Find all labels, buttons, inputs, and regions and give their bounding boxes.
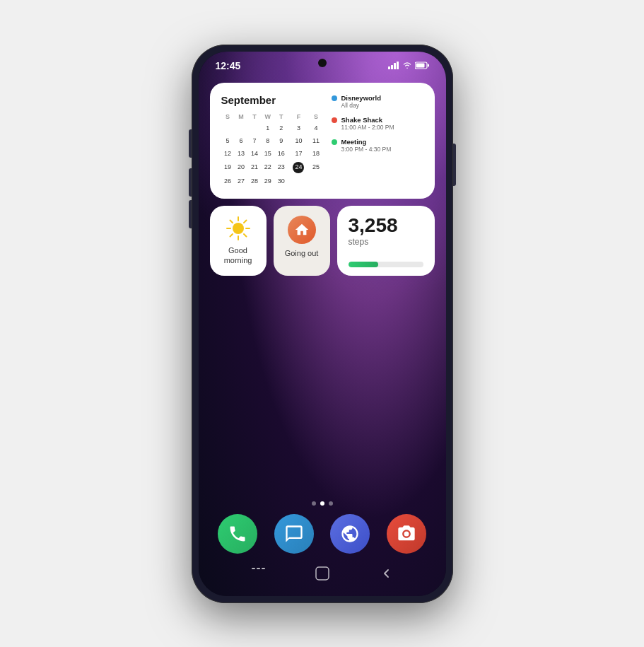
messages-icon [284,524,304,544]
event-time: 3:00 PM - 4:30 PM [341,146,392,153]
cal-header-fri: F [288,112,309,122]
page-indicators [199,501,446,506]
home-nav-icon [315,566,329,581]
sun-icon [226,216,251,241]
weather-widget[interactable]: Good morning [210,206,267,276]
event-name: Meeting [341,138,392,146]
calendar-grid: S M T W T F S [221,112,323,188]
dock-app-phone[interactable] [218,514,257,554]
dock-app-camera[interactable] [387,514,426,554]
nav-home-button[interactable] [311,565,334,582]
back-icon [381,569,391,578]
status-icons [388,62,429,69]
event-time: All day [341,102,382,109]
page-indicator-1 [312,501,316,506]
svg-rect-20 [316,567,329,580]
cal-header-sun: S [221,112,235,122]
svg-rect-19 [262,568,265,569]
page-indicator-2 [320,501,324,506]
steps-progress-bar-fill [349,262,378,267]
table-row: 567891011 [221,134,323,147]
cal-header-mon: M [234,112,247,122]
cal-header-wed: W [261,112,274,122]
svg-line-13 [244,234,247,237]
svg-line-15 [230,234,233,237]
status-time: 12:45 [216,60,241,71]
svg-rect-1 [391,65,393,69]
cal-header-thu: T [274,112,288,122]
table-row: 1234 [221,122,323,134]
dock-area [199,501,446,596]
event-disneyworld: Disneyworld All day [332,94,423,109]
nav-bar [199,559,446,590]
screen-content: September S M T W T F [199,74,446,293]
steps-widget[interactable]: 3,258 steps [337,206,435,276]
svg-rect-6 [416,64,424,68]
dock-app-messages[interactable] [274,514,314,554]
calendar-month: September [221,94,323,106]
svg-rect-18 [257,568,260,569]
home-icon [294,222,310,238]
event-time: 11:00 AM - 2:00 PM [341,124,394,131]
camera-icon [397,524,416,544]
event-name: Disneyworld [341,94,382,102]
today-cell: 24 [293,162,304,173]
app-dock [199,514,446,554]
nav-back-button[interactable] [375,565,397,582]
svg-rect-5 [428,64,429,67]
event-dot [332,117,337,123]
camera-notch [318,59,327,67]
event-shake-shack: Shake Shack 11:00 AM - 2:00 PM [332,116,423,131]
svg-point-7 [233,223,244,234]
wifi-icon [402,62,412,69]
cal-header-tue: T [247,112,261,122]
browser-icon [340,524,360,544]
steps-progress-bar-bg [349,262,423,267]
svg-line-12 [230,221,233,223]
table-row: 12131415161718 [221,147,323,160]
page-indicator-3 [329,501,333,506]
svg-line-14 [244,221,247,223]
phone-icon [228,524,247,544]
svg-rect-2 [394,63,396,69]
calendar-widget[interactable]: September S M T W T F [210,83,435,199]
signal-icon [388,62,399,69]
svg-rect-0 [388,66,390,69]
event-meeting: Meeting 3:00 PM - 4:30 PM [332,138,423,153]
cal-header-sat: S [310,112,323,122]
home-mode-widget[interactable]: Going out [274,206,330,276]
table-row: 19202122232425 [221,161,323,175]
widgets-row: Good morning Going out 3,258 steps [210,206,435,276]
dock-app-browser[interactable] [330,514,370,554]
calendar-events: Disneyworld All day Shake Shack 11:00 AM… [332,94,423,188]
battery-icon [415,62,429,69]
calendar-left: September S M T W T F [221,94,323,188]
table-row: 2627282930 [221,175,323,187]
recent-apps-icon [252,568,266,579]
event-dot [332,95,337,101]
svg-rect-3 [397,62,399,69]
steps-number: 3,258 [349,216,423,235]
nav-recent-button[interactable] [247,565,270,582]
event-name: Shake Shack [341,116,394,124]
event-dot [332,139,337,145]
steps-label: steps [349,237,423,247]
svg-rect-17 [252,568,255,569]
svg-point-16 [404,531,409,536]
phone-device: 12:45 [192,45,453,603]
weather-label: Good morning [218,245,258,266]
phone-screen: 12:45 [199,52,446,596]
home-icon-circle [288,216,316,244]
home-label: Going out [285,248,319,258]
